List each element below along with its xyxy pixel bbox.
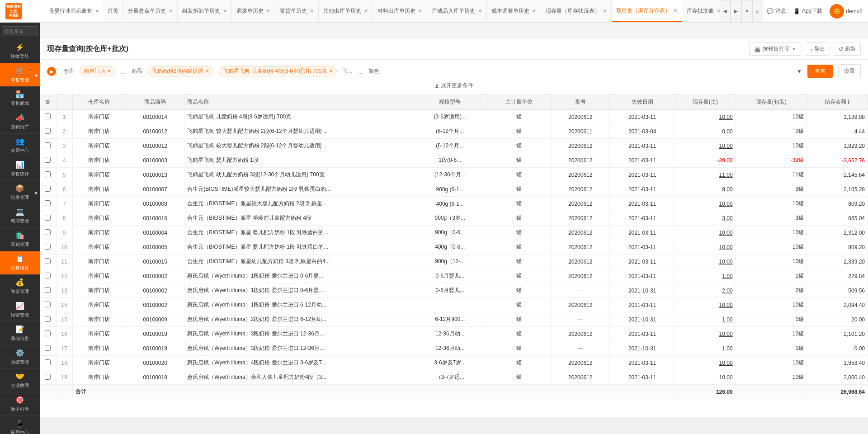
sidebar-item-wholesale[interactable]: 📦批发管理▶	[0, 181, 40, 204]
tab-material-out[interactable]: 材料出库单历史✕	[373, 0, 427, 22]
sidebar-item-newguide[interactable]: 🎯新手引导	[0, 392, 40, 416]
row-checkbox-cell[interactable]	[40, 110, 56, 124]
tab-close-stock-status[interactable]: ✕	[603, 8, 607, 14]
dropdown-arrow-icon[interactable]: ▼	[95, 9, 99, 14]
stock-main-link[interactable]: 10.00	[719, 302, 733, 308]
row-checkbox[interactable]	[45, 229, 51, 235]
stock-main-link[interactable]: 10.00	[719, 114, 733, 120]
settings-icon[interactable]: ⚙	[45, 99, 50, 105]
stock-main-link[interactable]: 10.00	[719, 360, 733, 366]
row-checkbox-cell[interactable]	[40, 240, 56, 255]
tab-stock-status[interactable]: 现存量（库存状况表）✕	[541, 0, 612, 22]
row-checkbox[interactable]	[45, 316, 51, 322]
row-checkbox-cell[interactable]	[40, 327, 56, 341]
tab-close-other-out[interactable]: ✕	[364, 8, 368, 14]
row-checkbox[interactable]	[45, 215, 51, 221]
sidebar-item-operation[interactable]: 📈经营管理	[0, 298, 40, 322]
row-stock-main[interactable]: 10.00	[675, 298, 736, 312]
stock-main-link[interactable]: 10.00	[719, 374, 733, 381]
tab-cost-adjust[interactable]: 成本调整单历史✕	[487, 0, 541, 22]
stock-main-link[interactable]: 1.00	[722, 273, 732, 279]
sidebar-item-retail[interactable]: 🛒零售管理▶	[0, 63, 40, 87]
tab-close-disassemble[interactable]: ✕	[223, 8, 227, 14]
row-stock-main[interactable]: 10.00	[675, 356, 736, 370]
tab-maximize[interactable]: □	[752, 0, 763, 22]
row-checkbox-cell[interactable]	[40, 341, 56, 356]
row-stock-main[interactable]: 1.00	[675, 341, 736, 356]
tab-batch-ledger[interactable]: 库存批次账✕	[682, 0, 720, 22]
sidebar-item-marketing[interactable]: 📣营销推广	[0, 110, 40, 134]
setting-button[interactable]: 设置	[838, 64, 861, 78]
stock-main-link[interactable]: 1.00	[722, 345, 732, 352]
row-checkbox-cell[interactable]	[40, 197, 56, 211]
row-stock-main[interactable]: 2.00	[675, 283, 736, 298]
row-checkbox[interactable]	[45, 157, 51, 163]
export-button[interactable]: ↓ 导出	[805, 42, 830, 56]
col-settings[interactable]: ⚙	[40, 94, 56, 110]
row-stock-main[interactable]: 1.00	[675, 312, 736, 327]
stock-main-link[interactable]: 1.00	[722, 316, 732, 323]
row-stock-main[interactable]: 10.00	[675, 327, 736, 341]
row-stock-main[interactable]: 3.00	[675, 211, 736, 226]
row-stock-main[interactable]: 10.00	[675, 226, 736, 240]
user-item[interactable]: 😊 demo2	[830, 4, 863, 19]
tab-close-mix[interactable]: ✕	[266, 8, 270, 14]
tab-other-out[interactable]: 其他出库单历史✕	[319, 0, 373, 22]
warehouse-more-btn[interactable]: ...	[121, 68, 126, 75]
expand-more-btn[interactable]: ⊻ 展开更多条件	[47, 82, 861, 90]
sidebar-item-appcenter[interactable]: 📱应用中心	[0, 416, 40, 434]
stock-main-link[interactable]: 11.00	[719, 172, 733, 178]
row-stock-main[interactable]: 10.00	[675, 255, 736, 269]
account-dropdown-label[interactable]: 母婴行业演示账套	[49, 7, 92, 15]
sidebar-item-ecom[interactable]: 💻电商管理	[0, 204, 40, 228]
row-checkbox-cell[interactable]	[40, 312, 56, 327]
row-checkbox[interactable]	[45, 287, 51, 293]
tab-scroll-right[interactable]: ▶	[731, 0, 741, 22]
product-tag-2[interactable]: 飞鹤星飞帆 儿童奶粉 4段(3-6岁适用) 700克 ✕	[219, 66, 337, 76]
product-tag-1[interactable]: 飞鹤奶粉3段丙罐提装 ✕	[148, 66, 214, 76]
sidebar-item-finance[interactable]: 💰资金管理	[0, 275, 40, 298]
tab-split-inventory[interactable]: 分量盘点单历史✕	[123, 0, 178, 22]
row-checkbox-cell[interactable]	[40, 182, 56, 197]
product-more-btn[interactable]: 飞...	[342, 67, 352, 75]
stock-main-link[interactable]: 2.00	[722, 288, 732, 294]
stock-main-link[interactable]: 0.00	[722, 128, 732, 135]
stock-main-link[interactable]: 10.00	[719, 201, 733, 207]
tab-requisition[interactable]: 要货单历史✕	[275, 0, 319, 22]
message-item[interactable]: 💬 消息	[767, 7, 786, 15]
row-checkbox-cell[interactable]	[40, 298, 56, 312]
row-checkbox[interactable]	[45, 345, 51, 351]
tab-close-stock-dist[interactable]: ✕	[673, 8, 677, 14]
stock-main-link[interactable]: 10.00	[719, 259, 733, 265]
row-checkbox-cell[interactable]	[40, 255, 56, 269]
sidebar-item-shortcut[interactable]: ⚡快捷导航	[0, 40, 40, 63]
sidebar-search[interactable]	[0, 23, 40, 40]
row-checkbox-cell[interactable]	[40, 356, 56, 370]
tab-close-batch-ledger[interactable]: ✕	[717, 8, 720, 14]
row-checkbox-cell[interactable]	[40, 226, 56, 240]
sidebar-item-system[interactable]: ⚙️系统管理	[0, 345, 40, 369]
product-more-dots[interactable]: ...	[358, 68, 363, 75]
tab-home[interactable]: 首页	[103, 0, 123, 22]
row-stock-main[interactable]: -39.00	[675, 153, 736, 168]
product-tag-1-remove[interactable]: ✕	[205, 68, 209, 74]
stock-main-link[interactable]: 9.00	[722, 186, 732, 193]
query-button[interactable]: 查询	[807, 65, 833, 78]
row-checkbox[interactable]	[45, 171, 51, 177]
stock-main-link[interactable]: 10.00	[719, 244, 733, 250]
row-checkbox[interactable]	[45, 273, 51, 278]
row-checkbox[interactable]	[45, 186, 51, 192]
print-dropdown-icon[interactable]: ▼	[792, 47, 796, 52]
tab-scroll-left[interactable]: ◀	[720, 0, 731, 22]
tab-disassemble[interactable]: 组装拆卸单历史✕	[178, 0, 232, 22]
color-dropdown-icon[interactable]: ▼	[797, 68, 802, 75]
row-checkbox-cell[interactable]	[40, 124, 56, 139]
stock-main-link[interactable]: 3.00	[722, 215, 732, 222]
sidebar-item-member[interactable]: 👥会员中心	[0, 134, 40, 157]
sidebar-item-enterprise[interactable]: 🤝企业协同	[0, 369, 40, 392]
tab-product-in[interactable]: 产成品入库单历史✕	[427, 0, 487, 22]
row-stock-main[interactable]: 10.00	[675, 139, 736, 153]
warehouse-tag-remove[interactable]: ✕	[107, 68, 111, 74]
row-stock-main[interactable]: 9.00	[675, 182, 736, 197]
refresh-button[interactable]: ↺ 刷新	[834, 42, 861, 56]
